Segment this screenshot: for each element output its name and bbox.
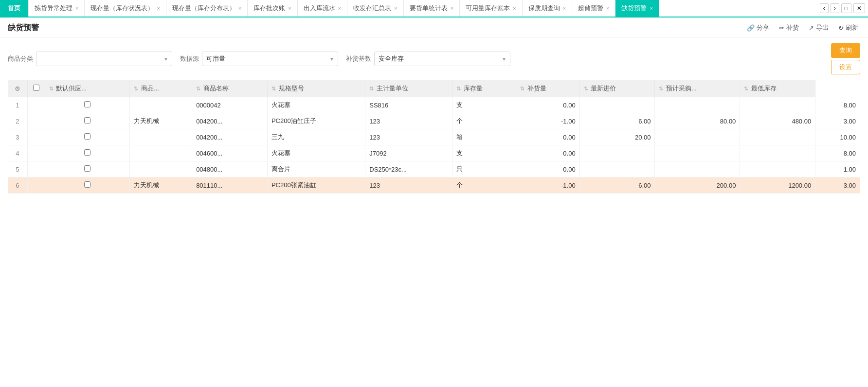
tab-demand-close[interactable]: ×	[451, 5, 453, 11]
col-goods-code[interactable]: ⇅ 商品...	[130, 80, 192, 97]
row-min-stock-3: 8.00	[815, 145, 860, 161]
row-checkbox-3[interactable]	[45, 145, 130, 161]
row-select-0[interactable]	[84, 101, 90, 107]
tab-nav-buttons: ‹ › □ ✕	[817, 3, 868, 13]
row-latest-price-3	[655, 145, 740, 161]
tab-exception[interactable]: 拣货异常处理 ×	[29, 0, 85, 17]
tab-stock-dist-close[interactable]: ×	[238, 5, 241, 11]
query-button[interactable]: 查询	[831, 43, 860, 58]
row-select-3[interactable]	[84, 149, 90, 156]
row-checkbox-1[interactable]	[45, 113, 130, 129]
col-goods-code-label: 商品...	[141, 85, 159, 92]
replenish-basis-select[interactable]: 安全库存	[374, 52, 510, 66]
tab-inout-flow-close[interactable]: ×	[338, 5, 341, 11]
tab-stock-dist[interactable]: 现存量（库存分布表） ×	[166, 0, 248, 17]
goods-code-sort-icon: ⇅	[134, 86, 138, 91]
row-replenish-4	[579, 161, 655, 177]
col-replenish[interactable]: ⇅ 补货量	[516, 80, 579, 97]
tab-available[interactable]: 可用量库存账本 ×	[460, 0, 522, 17]
goods-name-sort-icon: ⇅	[196, 86, 200, 91]
datasource-select[interactable]: 可用量	[202, 52, 338, 66]
tab-shortage[interactable]: 缺货预警 ×	[615, 0, 659, 17]
table-row: 6 力天机械 801110... PC200张紧油缸 123 个 -1.00 6…	[8, 177, 860, 194]
tab-expiry[interactable]: 保质期查询 ×	[523, 0, 572, 17]
supplier-sort-icon: ⇅	[49, 86, 54, 91]
col-stock[interactable]: ⇅ 库存量	[452, 80, 516, 97]
category-filter-group: 商品分类 ▼	[8, 52, 172, 66]
row-unit-5: 个	[452, 177, 516, 194]
replenish-basis-filter-group: 补货基数 安全库存 ▼	[346, 52, 510, 66]
tab-next-button[interactable]: ›	[831, 3, 839, 13]
settings-button[interactable]: 设置	[831, 60, 860, 74]
tab-expiry-close[interactable]: ×	[563, 5, 566, 11]
page-header: 缺货预警 🔗 分享 ✏ 补货 ↗ 导出 ↻ 刷新	[0, 18, 868, 37]
select-all-checkbox[interactable]	[33, 85, 39, 91]
tab-expiry-label: 保质期查询	[528, 4, 560, 13]
row-est-purchase-0	[740, 97, 815, 113]
tab-home[interactable]: 首页	[0, 0, 29, 17]
col-gear[interactable]: ⚙	[8, 80, 27, 97]
col-spec[interactable]: ⇅ 规格型号	[267, 80, 365, 97]
row-stock-2: 0.00	[516, 129, 579, 145]
row-spec-2: 123	[365, 129, 452, 145]
row-checkbox-4[interactable]	[45, 161, 130, 177]
row-num-1: 2	[8, 113, 27, 129]
col-unit[interactable]: ⇅ 主计量单位	[365, 80, 452, 97]
col-est-purchase-label: 预计采购...	[666, 85, 697, 92]
col-unit-label: 主计量单位	[377, 85, 408, 92]
row-checkbox-0[interactable]	[45, 97, 130, 113]
col-supplier[interactable]: ⇅ 默认供应...	[45, 80, 130, 97]
tab-shortage-close[interactable]: ×	[650, 5, 652, 11]
table-container: ⚙ ⇅ 默认供应... ⇅ 商品... ⇅ 商品名称	[0, 80, 868, 194]
col-latest-price[interactable]: ⇅ 最新进价	[579, 80, 655, 97]
replenish-button[interactable]: ✏ 补货	[777, 22, 801, 33]
tab-batch-close[interactable]: ×	[288, 5, 291, 11]
export-button[interactable]: ↗ 导出	[807, 22, 831, 33]
tab-inout-flow[interactable]: 出入库流水 ×	[298, 0, 347, 17]
row-unit-0: 支	[452, 97, 516, 113]
tab-receive-close[interactable]: ×	[394, 5, 397, 11]
tab-close-all-button[interactable]: ✕	[853, 3, 865, 13]
row-select-2[interactable]	[84, 133, 90, 140]
row-checkbox-2[interactable]	[45, 129, 130, 145]
row-select-4[interactable]	[84, 165, 90, 172]
row-num-0: 1	[8, 97, 27, 113]
tab-available-close[interactable]: ×	[513, 5, 516, 11]
row-replenish-3	[579, 145, 655, 161]
tab-stock-status-close[interactable]: ×	[157, 5, 160, 11]
tab-receive[interactable]: 收发存汇总表 ×	[347, 0, 403, 17]
tab-overstock-close[interactable]: ×	[606, 5, 609, 11]
tab-stock-status[interactable]: 现存量（库存状况表） ×	[85, 0, 166, 17]
row-supplier-5: 力天机械	[130, 177, 192, 194]
col-min-stock[interactable]: ⇅ 最低库存	[740, 80, 815, 97]
row-select-5[interactable]	[84, 181, 90, 188]
row-goods-code-0: 0000042	[192, 97, 268, 113]
row-replenish-2: 20.00	[579, 129, 655, 145]
table-body: 1 0000042 火花塞 SS816 支 0.00 8.00 2 力天机械 0…	[8, 97, 860, 194]
category-select-wrapper: ▼	[36, 52, 172, 66]
spec-sort-icon: ⇅	[271, 86, 276, 91]
refresh-button[interactable]: ↻ 刷新	[836, 22, 860, 33]
share-button[interactable]: 🔗 分享	[745, 22, 771, 33]
tab-prev-button[interactable]: ‹	[820, 3, 829, 13]
row-spec-5: 123	[365, 177, 452, 194]
row-goods-code-3: 004600...	[192, 145, 268, 161]
col-goods-name[interactable]: ⇅ 商品名称	[192, 80, 268, 97]
tab-restore-button[interactable]: □	[841, 3, 851, 13]
col-stock-label: 库存量	[464, 85, 483, 92]
row-select-1[interactable]	[84, 117, 90, 123]
row-goods-name-0: 火花塞	[267, 97, 365, 113]
tab-exception-close[interactable]: ×	[75, 5, 78, 11]
tab-demand[interactable]: 要货单统计表 ×	[404, 0, 460, 17]
tab-overstock[interactable]: 超储预警 ×	[572, 0, 615, 17]
row-checkbox-5[interactable]	[45, 177, 130, 194]
category-select[interactable]	[36, 52, 172, 66]
row-est-purchase-5: 1200.00	[740, 177, 815, 194]
row-gear-1	[27, 113, 45, 129]
row-supplier-4	[130, 161, 192, 177]
tab-available-label: 可用量库存账本	[466, 4, 510, 13]
row-supplier-3	[130, 145, 192, 161]
tab-batch[interactable]: 库存批次账 ×	[248, 0, 297, 17]
tab-stock-dist-label: 现存量（库存分布表）	[172, 4, 235, 13]
col-est-purchase[interactable]: ⇅ 预计采购...	[655, 80, 740, 97]
